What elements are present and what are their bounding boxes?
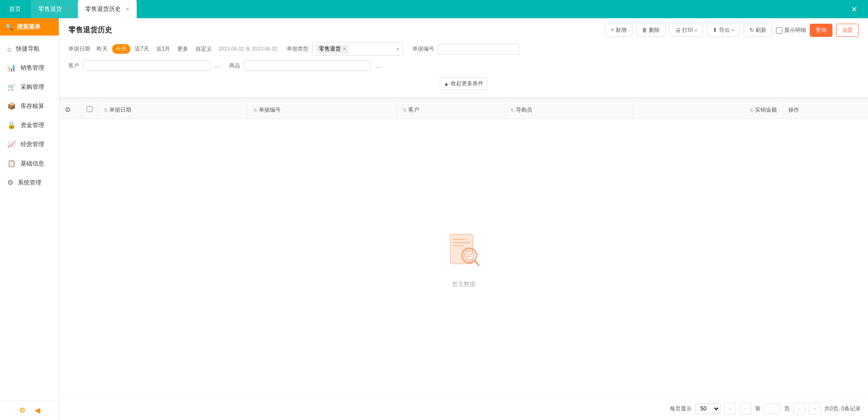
tab-retail-return[interactable]: 零售退货 ✕	[31, 0, 78, 18]
page-unit: 页	[784, 405, 790, 413]
customer-input[interactable]	[83, 60, 211, 71]
tab-retail-return-history-label: 零售退货历史	[85, 5, 121, 13]
svg-point-5	[465, 251, 474, 260]
page-title: 零售退货历史	[68, 26, 112, 35]
pagination-summary: 共0页, 0条记录	[824, 405, 861, 413]
customer-filter-label: 客户	[68, 62, 79, 70]
page-number-input[interactable]: 1	[764, 404, 781, 414]
tab-retail-return-history[interactable]: 零售退货历史 ✕	[78, 0, 137, 18]
toolbar: + 新增 🗑 删除 🖨 打印 ▾ ⬆ 导出 ▾ ↻ 刷新 显示明细	[605, 24, 859, 37]
svg-rect-2	[453, 242, 470, 243]
col-guide-sort-icon[interactable]: ⇅	[510, 108, 514, 113]
page-first-btn[interactable]: «	[724, 403, 736, 415]
sidebar-item-inventory[interactable]: 📦 库存核算	[0, 97, 59, 116]
select-all-checkbox[interactable]	[87, 106, 92, 112]
print-dropdown-icon: ▾	[695, 28, 697, 33]
query-button[interactable]: 查询	[810, 24, 832, 37]
col-amount-sort-icon[interactable]: ⇅	[750, 108, 753, 113]
goods-dots[interactable]: ...	[375, 61, 381, 70]
collapse-sidebar-icon[interactable]: ◀	[35, 406, 40, 415]
gear-icon[interactable]: ⚙	[19, 406, 26, 415]
page-last-btn[interactable]: »	[809, 403, 821, 415]
sidebar-search[interactable]: 🔍 搜索菜单	[0, 18, 59, 36]
number-input[interactable]	[438, 44, 520, 55]
tab-retail-return-close[interactable]: ✕	[67, 6, 71, 12]
sidebar-item-sys-mgmt[interactable]: ⚙ 系统管理	[0, 173, 59, 192]
date-range-value: 2023-06-02 至 2023-06-02	[218, 46, 277, 52]
customer-dots[interactable]: ...	[214, 61, 220, 70]
sidebar-item-ops-mgmt[interactable]: 📈 经营管理	[0, 135, 59, 154]
svg-line-6	[474, 261, 479, 265]
filter-customer: 客户 ...	[68, 60, 220, 71]
print-label: 🖨 打印	[675, 26, 693, 34]
sidebar-bottom: ⚙ ◀	[0, 400, 59, 420]
sidebar-item-fund-mgmt[interactable]: 🔒 资金管理	[0, 116, 59, 135]
tab-home-label: 首页	[9, 5, 21, 13]
date-opt-today[interactable]: 今天	[112, 44, 130, 54]
content-area: 零售退货历史 + 新增 🗑 删除 🖨 打印 ▾ ⬆ 导出 ▾ ↻ 刷新	[59, 18, 868, 420]
per-page-select[interactable]: 50 10 20 100	[695, 403, 720, 414]
filter-area: 单据日期 昨天 今天 近7天 近1月 更多 自定义 2023-06-02 至 2…	[68, 42, 859, 97]
page-prev-btn[interactable]: ‹	[740, 403, 751, 415]
show-detail-checkbox[interactable]	[776, 27, 782, 34]
type-select[interactable]: 零售退货 ✕ ▾	[312, 42, 403, 56]
type-filter-label: 单据类型	[287, 45, 308, 53]
page-last-icon: »	[813, 405, 817, 412]
sidebar-item-purchase-mgmt[interactable]: 🛒 采购管理	[0, 77, 59, 97]
sidebar: 🔍 搜索菜单 ⌂ 快捷导航 📊 销售管理 🛒 采购管理 📦 库存核算 🔒	[0, 18, 59, 420]
page-next-btn[interactable]: ›	[793, 403, 805, 415]
filter-goods: 商品 ...	[229, 60, 381, 71]
page-next-icon: ›	[798, 405, 800, 412]
date-opt-yesterday[interactable]: 昨天	[94, 44, 110, 54]
show-detail-toggle: 显示明细	[776, 26, 806, 34]
col-date-sort-icon[interactable]: ⇅	[104, 108, 108, 113]
collapse-icon: ▲	[444, 81, 449, 87]
col-number-sort-icon[interactable]: ⇅	[253, 108, 257, 113]
table-settings-icon[interactable]: ⚙	[65, 106, 71, 113]
delete-button[interactable]: 🗑 删除	[636, 24, 666, 37]
filter-type: 单据类型 零售退货 ✕ ▾	[287, 42, 403, 56]
purchase-icon: 🛒	[7, 83, 16, 91]
show-detail-label: 显示明细	[784, 26, 806, 34]
date-opt-custom[interactable]: 自定义	[193, 44, 215, 54]
page-first-icon: «	[729, 405, 732, 412]
sidebar-item-sales-mgmt[interactable]: 📊 销售管理	[0, 58, 59, 77]
sidebar-item-ops-mgmt-label: 经营管理	[21, 140, 44, 149]
print-button[interactable]: 🖨 打印 ▾	[669, 24, 703, 37]
col-customer-sort-icon[interactable]: ⇅	[403, 108, 406, 113]
goods-input[interactable]	[244, 60, 371, 71]
table-container: ⚙ ⇅ 单据日期	[59, 101, 868, 420]
date-options: 昨天 今天 近7天 近1月 更多 自定义	[94, 44, 215, 54]
number-filter-label: 单据编号	[412, 45, 434, 53]
col-header-customer: ⇅ 客户	[397, 101, 505, 119]
export-button[interactable]: ⬆ 导出 ▾	[707, 24, 740, 37]
main-layout: 🔍 搜索菜单 ⌂ 快捷导航 📊 销售管理 🛒 采购管理 📦 库存核算 🔒	[0, 18, 868, 420]
col-header-date: ⇅ 单据日期	[98, 101, 248, 119]
refresh-button[interactable]: ↻ 刷新	[744, 24, 772, 37]
sidebar-item-fund-mgmt-label: 资金管理	[21, 121, 44, 129]
date-opt-more[interactable]: 更多	[175, 44, 191, 54]
add-button[interactable]: + 新增	[605, 24, 632, 37]
sidebar-item-basic-info-label: 基础信息	[21, 159, 44, 168]
settings-button[interactable]: 设置	[836, 24, 859, 37]
tab-home[interactable]: 首页	[0, 0, 30, 18]
pagination: 每页显示 50 10 20 100 « ‹ 第 1 页 ›	[59, 397, 868, 420]
page-title-row: 零售退货历史 + 新增 🗑 删除 🖨 打印 ▾ ⬆ 导出 ▾ ↻ 刷新	[68, 24, 859, 37]
type-tag-close[interactable]: ✕	[343, 46, 346, 51]
type-tag: 零售退货 ✕	[316, 45, 349, 53]
tab-retail-return-history-close[interactable]: ✕	[125, 6, 129, 12]
sidebar-menu: ⌂ 快捷导航 📊 销售管理 🛒 采购管理 📦 库存核算 🔒 资金管理 📈	[0, 36, 59, 400]
collapse-button[interactable]: ▲ 收起更多条件	[440, 77, 488, 90]
sidebar-item-basic-info[interactable]: 📋 基础信息	[0, 154, 59, 173]
top-bar: 首页 零售退货 ✕ 零售退货历史 ✕ ✕	[0, 0, 868, 18]
date-opt-1month[interactable]: 近1月	[154, 44, 173, 54]
col-header-action: 操作	[783, 101, 868, 119]
top-bar-right: ✕	[847, 5, 868, 14]
svg-rect-1	[453, 239, 467, 240]
date-opt-7days[interactable]: 近7天	[132, 44, 152, 54]
window-close-button[interactable]: ✕	[847, 5, 861, 14]
sidebar-item-sys-mgmt-label: 系统管理	[18, 179, 41, 187]
sidebar-item-quick-nav[interactable]: ⌂ 快捷导航	[0, 39, 59, 58]
goods-filter-label: 商品	[229, 62, 240, 70]
search-icon: 🔍	[5, 23, 13, 31]
